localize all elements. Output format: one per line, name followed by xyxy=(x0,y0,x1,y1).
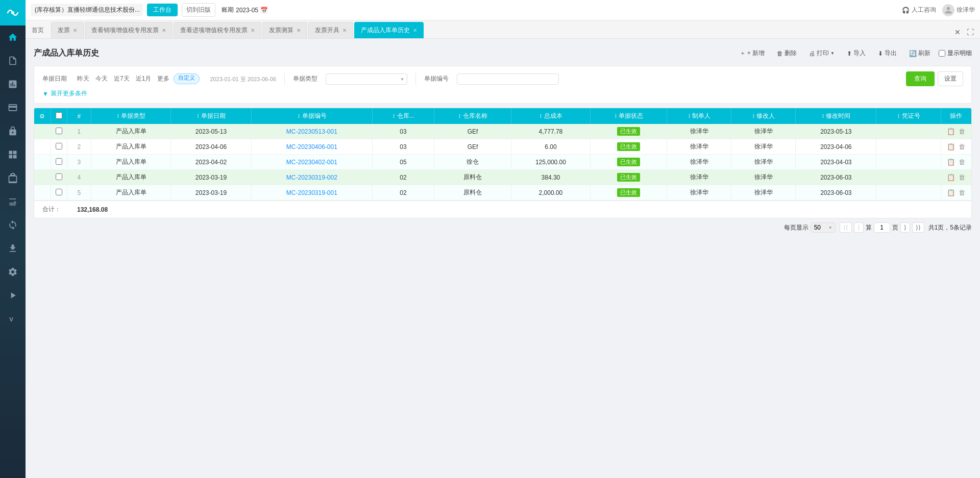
tab-home[interactable]: 首页 xyxy=(26,22,50,38)
sidebar-item-grid[interactable] xyxy=(0,143,26,166)
prev-page-button[interactable]: ⟨ xyxy=(854,222,864,233)
th-warehouse-name[interactable]: ↕ 仓库名称 xyxy=(434,108,511,124)
th-voucher[interactable]: ↕ 凭证号 xyxy=(876,108,941,124)
shortcut-7days[interactable]: 近7天 xyxy=(112,73,132,84)
edit-icon-1[interactable]: 📋 xyxy=(947,143,955,150)
th-status[interactable]: ↕ 单据状态 xyxy=(591,108,667,124)
cell-number-2[interactable]: MC-20230402-001 xyxy=(252,155,372,170)
th-modifier[interactable]: ↕ 修改人 xyxy=(731,108,796,124)
doc-link-4[interactable]: MC-20230319-001 xyxy=(286,189,337,196)
select-all-checkbox[interactable] xyxy=(56,112,62,119)
sidebar-item-chart[interactable] xyxy=(0,72,26,96)
th-number[interactable]: ↕ 单据编号 xyxy=(252,108,372,124)
doc-link-0[interactable]: MC-20230513-001 xyxy=(286,128,337,135)
th-warehouse-code[interactable]: ↕ 仓库... xyxy=(372,108,434,124)
company-selector[interactable]: (库存核算）直播轻绑通信息技术股份... ▼ xyxy=(31,4,143,16)
edit-icon-2[interactable]: 📋 xyxy=(947,158,955,166)
doc-link-1[interactable]: MC-20230406-001 xyxy=(286,143,337,150)
delete-button[interactable]: 🗑 删除 xyxy=(773,47,801,60)
cell-checkbox-1[interactable] xyxy=(51,139,67,155)
edit-icon-4[interactable]: 📋 xyxy=(947,189,955,196)
cell-number-4[interactable]: MC-20230319-001 xyxy=(252,185,372,200)
th-creator[interactable]: ↕ 制单人 xyxy=(667,108,731,124)
edit-icon-3[interactable]: 📋 xyxy=(947,173,955,181)
page-number-input[interactable] xyxy=(874,222,890,233)
th-date[interactable]: ↕ 单据日期 xyxy=(170,108,251,124)
expand-more[interactable]: ▼ 展开更多条件 xyxy=(42,89,963,98)
sidebar-item-home[interactable] xyxy=(0,26,26,49)
th-total-cost[interactable]: ↕ 总成本 xyxy=(511,108,591,124)
shortcut-1month[interactable]: 近1月 xyxy=(134,73,154,84)
export-button[interactable]: ⬇ 导出 xyxy=(874,47,901,60)
user-profile[interactable]: 徐泽华 xyxy=(942,4,975,16)
cell-number-1[interactable]: MC-20230406-001 xyxy=(252,139,372,155)
tab-invoice[interactable]: 发票 ✕ xyxy=(51,22,84,38)
sidebar-item-video[interactable] xyxy=(0,284,26,307)
row-checkbox-1[interactable] xyxy=(56,143,62,149)
row-checkbox-3[interactable] xyxy=(56,173,62,180)
cell-checkbox-2[interactable] xyxy=(51,155,67,170)
th-checkbox[interactable] xyxy=(51,108,67,124)
fullscreen-button[interactable]: ⛶ xyxy=(965,27,976,37)
sidebar-item-document[interactable] xyxy=(0,49,26,72)
import-button[interactable]: ⬆ 导入 xyxy=(843,47,870,60)
doc-number-input[interactable] xyxy=(457,73,559,85)
cell-checkbox-3[interactable] xyxy=(51,170,67,185)
per-page-select[interactable]: 50 10 20 100 xyxy=(811,222,836,233)
shortcut-yesterday[interactable]: 昨天 xyxy=(75,73,91,84)
close-sales-invoice-tab[interactable]: ✕ xyxy=(162,28,166,33)
close-inventory-history-tab[interactable]: ✕ xyxy=(413,28,417,33)
delete-icon-4[interactable]: 🗑 xyxy=(959,189,965,196)
sidebar-item-box[interactable] xyxy=(0,166,26,190)
cell-checkbox-0[interactable] xyxy=(51,124,67,139)
user-service[interactable]: 🎧 人工咨询 xyxy=(902,6,936,14)
delete-icon-0[interactable]: 🗑 xyxy=(959,128,965,135)
show-detail-label[interactable]: 显示明细 xyxy=(939,49,972,58)
set-button[interactable]: 设置 xyxy=(938,71,963,86)
new-button[interactable]: ＋ + 新增 xyxy=(736,47,769,60)
delete-icon-1[interactable]: 🗑 xyxy=(959,143,965,150)
tab-purchase-invoice[interactable]: 查看进项增值税专用发票 ✕ xyxy=(174,22,261,38)
workspace-button[interactable]: 工作台 xyxy=(147,4,178,16)
th-settings[interactable]: ⚙ xyxy=(34,108,51,124)
doc-link-2[interactable]: MC-20230402-001 xyxy=(286,159,337,166)
close-invoice-calc-tab[interactable]: ✕ xyxy=(297,28,301,33)
old-version-button[interactable]: 切到旧版 xyxy=(182,3,215,17)
cell-checkbox-4[interactable] xyxy=(51,185,67,200)
edit-icon-0[interactable]: 📋 xyxy=(947,128,955,135)
print-button[interactable]: 🖨 打印 ▼ xyxy=(805,47,839,60)
doc-link-3[interactable]: MC-20230319-002 xyxy=(286,174,337,181)
sidebar-item-invoice[interactable] xyxy=(0,96,26,119)
close-invoice-issue-tab[interactable]: ✕ xyxy=(342,28,347,33)
sidebar-item-lock[interactable] xyxy=(0,119,26,143)
show-detail-checkbox[interactable] xyxy=(939,50,945,57)
shortcut-more[interactable]: 更多 xyxy=(155,73,172,84)
sidebar-item-settings[interactable] xyxy=(0,260,26,284)
close-invoice-tab[interactable]: ✕ xyxy=(73,28,77,33)
shortcut-today[interactable]: 今天 xyxy=(93,73,110,84)
close-all-tabs-button[interactable]: ✕ xyxy=(952,27,963,37)
doc-type-select[interactable] xyxy=(326,73,407,85)
sidebar-item-download[interactable] xyxy=(0,237,26,260)
th-type[interactable]: ↕ 单据类型 xyxy=(91,108,171,124)
sidebar-item-refresh[interactable] xyxy=(0,213,26,237)
row-checkbox-2[interactable] xyxy=(56,158,62,165)
close-purchase-invoice-tab[interactable]: ✕ xyxy=(251,28,255,33)
delete-icon-2[interactable]: 🗑 xyxy=(959,158,965,166)
th-modify-time[interactable]: ↕ 修改时间 xyxy=(796,108,876,124)
refresh-button[interactable]: 🔄 刷新 xyxy=(905,47,935,60)
sidebar-item-stamp[interactable] xyxy=(0,190,26,213)
query-button[interactable]: 查询 xyxy=(906,71,935,86)
row-checkbox-0[interactable] xyxy=(56,128,62,134)
tab-sales-invoice[interactable]: 查看销项增值税专用发票 ✕ xyxy=(85,22,173,38)
next-page-button[interactable]: ⟩ xyxy=(900,222,910,233)
calendar-icon[interactable]: 📅 xyxy=(260,7,268,14)
sidebar-item-version[interactable]: V xyxy=(0,307,26,331)
tab-inventory-history[interactable]: 产成品入库单历史 ✕ xyxy=(354,22,424,38)
delete-icon-3[interactable]: 🗑 xyxy=(959,173,965,181)
last-page-button[interactable]: ⟩⟩ xyxy=(912,222,924,233)
row-checkbox-4[interactable] xyxy=(56,189,62,195)
cell-number-0[interactable]: MC-20230513-001 xyxy=(252,124,372,139)
tab-invoice-calc[interactable]: 发票测算 ✕ xyxy=(262,22,307,38)
custom-date-tag[interactable]: 自定义 xyxy=(174,73,200,84)
